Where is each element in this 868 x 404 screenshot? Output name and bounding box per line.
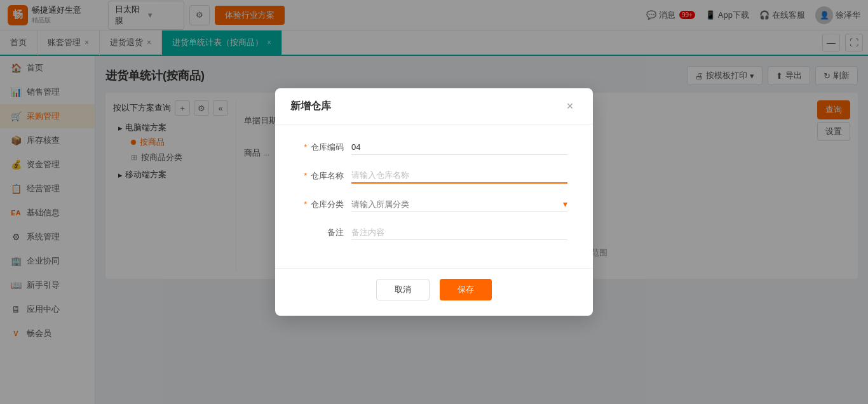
form-row-category: * 仓库分类 ▾ (301, 196, 567, 212)
form-row-name: * 仓库名称 (301, 168, 567, 184)
category-chevron-icon: ▾ (563, 199, 567, 209)
new-warehouse-modal: 新增仓库 × * 仓库编码 * 仓库名称 (275, 88, 593, 316)
name-input[interactable] (351, 168, 567, 184)
modal-title: 新增仓库 (290, 100, 331, 113)
form-row-remark: 备注 (301, 225, 567, 240)
remark-input[interactable] (351, 225, 567, 240)
modal-footer: 取消 保存 (275, 268, 593, 316)
modal-close-button[interactable]: × (562, 98, 578, 114)
code-input[interactable] (351, 140, 567, 155)
category-select[interactable]: ▾ (351, 196, 567, 212)
modal-overlay: 新增仓库 × * 仓库编码 * 仓库名称 (0, 0, 868, 404)
remark-label: 备注 (301, 227, 351, 238)
category-label: * 仓库分类 (301, 199, 351, 210)
category-input[interactable] (351, 199, 563, 209)
code-label: * 仓库编码 (301, 142, 351, 153)
form-row-code: * 仓库编码 (301, 140, 567, 155)
name-label: * 仓库名称 (301, 170, 351, 182)
modal-body: * 仓库编码 * 仓库名称 * 仓库分类 (275, 125, 593, 268)
save-button[interactable]: 保存 (440, 279, 492, 300)
modal-header: 新增仓库 × (275, 88, 593, 125)
cancel-button[interactable]: 取消 (376, 279, 430, 300)
